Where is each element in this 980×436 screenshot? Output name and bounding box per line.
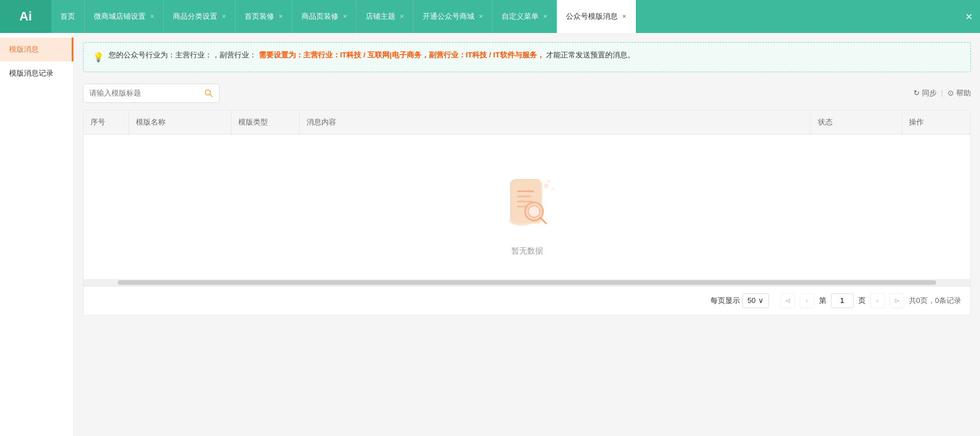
svg-rect-4: [517, 196, 531, 197]
sidebar-item-模版消息记录[interactable]: 模版消息记录: [0, 61, 73, 85]
scroll-bar[interactable]: [84, 279, 970, 286]
help-circle-icon: ⊙: [948, 89, 954, 97]
svg-line-1: [210, 94, 212, 97]
help-button[interactable]: ⊙ 帮助: [948, 88, 971, 98]
nav-tab-首页[interactable]: 首页: [51, 0, 85, 33]
table-header-状态: 状态: [811, 110, 902, 134]
table-header-消息内容: 消息内容: [300, 110, 811, 134]
toolbar-right: ↻ 同步 | ⊙ 帮助: [913, 88, 971, 98]
tab-label: 商品分类设置: [173, 11, 217, 22]
page-number-input[interactable]: [831, 293, 854, 308]
tab-label: 自定义菜单: [502, 11, 539, 22]
tab-close-icon[interactable]: ×: [279, 13, 283, 20]
nav-tab-商品分类设置[interactable]: 商品分类设置×: [164, 0, 235, 33]
tab-close-icon[interactable]: ×: [222, 13, 226, 20]
tab-label: 开通公众号商城: [423, 11, 474, 22]
tab-close-icon[interactable]: ×: [622, 13, 626, 20]
nav-tab-开通公众号商城[interactable]: 开通公众号商城×: [413, 0, 493, 33]
chevron-down-icon: ∨: [758, 296, 764, 305]
search-input[interactable]: [84, 89, 199, 97]
nav-tab-店铺主题[interactable]: 店铺主题×: [357, 0, 413, 33]
help-label: 帮助: [956, 88, 971, 98]
table-header-模版类型: 模版类型: [231, 110, 300, 134]
svg-point-11: [547, 180, 550, 182]
nav-tab-自定义菜单[interactable]: 自定义菜单×: [493, 0, 557, 33]
svg-point-12: [551, 187, 555, 190]
nav-tab-微商城店铺设置[interactable]: 微商城店铺设置×: [85, 0, 164, 33]
nav-tab-商品页装修[interactable]: 商品页装修×: [292, 0, 357, 33]
tab-label: 店铺主题: [366, 11, 395, 22]
table-header-模版名称: 模版名称: [129, 110, 231, 134]
nav-tabs: 首页微商城店铺设置×商品分类设置×首页装修×商品页装修×店铺主题×开通公众号商城…: [51, 0, 957, 33]
per-page-label: 每页显示: [710, 296, 740, 306]
notice-highlight: 需要设置为：主营行业：IT科技 / 互联网|电子商务，副营行业：IT科技 / I…: [259, 51, 544, 59]
total-info: 共0页，0条记录: [909, 296, 961, 306]
first-page-button[interactable]: ⊲: [780, 293, 795, 308]
page-size-dropdown[interactable]: 50 ∨: [742, 293, 768, 308]
empty-text: 暂无数据: [511, 246, 543, 256]
tab-label: 首页: [60, 11, 75, 22]
tab-close-icon[interactable]: ×: [543, 13, 547, 20]
sync-label: 同步: [922, 88, 937, 98]
table-header: 序号模版名称模版类型消息内容状态操作: [84, 110, 970, 135]
search-icon: [204, 89, 213, 98]
notice-suffix: 才能正常发送预置的消息。: [546, 51, 635, 59]
page-size-value: 50: [747, 296, 755, 305]
empty-icon: [493, 169, 561, 237]
empty-state: 暂无数据: [84, 135, 970, 279]
logo: Ai: [0, 0, 51, 33]
refresh-icon: ↻: [913, 89, 920, 97]
tab-close-icon[interactable]: ×: [150, 13, 154, 20]
notice-prefix: 您的公众号行业为：主营行业：，副营行业：: [109, 51, 257, 59]
notice-icon: 💡: [93, 50, 104, 65]
table-header-序号: 序号: [84, 110, 129, 134]
last-page-button[interactable]: ⊳: [890, 293, 904, 308]
scroll-thumb[interactable]: [118, 280, 936, 285]
svg-rect-3: [517, 190, 534, 192]
next-page-button[interactable]: ›: [870, 293, 885, 308]
tab-label: 商品页装修: [301, 11, 338, 22]
search-box: [83, 84, 220, 103]
svg-point-8: [528, 206, 540, 217]
tab-label: 首页装修: [245, 11, 274, 22]
tab-label: 公众号模版消息: [566, 11, 618, 22]
page-size-select: 每页显示 50 ∨: [710, 293, 768, 308]
tab-label: 微商城店铺设置: [94, 11, 146, 22]
notice-box: 💡 您的公众号行业为：主营行业：，副营行业： 需要设置为：主营行业：IT科技 /…: [83, 42, 971, 72]
logo-text: Ai: [19, 9, 32, 24]
page-unit: 页: [858, 296, 866, 306]
tab-close-icon[interactable]: ×: [479, 13, 483, 20]
notice-text: 您的公众号行业为：主营行业：，副营行业： 需要设置为：主营行业：IT科技 / 互…: [109, 49, 635, 61]
tab-close-icon[interactable]: ×: [343, 13, 347, 20]
pagination: 每页显示 50 ∨ ⊲ ‹ 第 页 › ⊳ 共0页，0条记录: [84, 286, 970, 315]
search-button[interactable]: [199, 84, 219, 103]
sidebar: 模版消息模版消息记录: [0, 33, 74, 436]
table-header-操作: 操作: [902, 110, 970, 134]
toolbar: ↻ 同步 | ⊙ 帮助: [83, 84, 971, 103]
table-container: 序号模版名称模版类型消息内容状态操作: [83, 110, 971, 315]
svg-point-10: [544, 184, 548, 188]
sidebar-item-模版消息[interactable]: 模版消息: [0, 38, 73, 61]
layout: 模版消息模版消息记录 💡 您的公众号行业为：主营行业：，副营行业： 需要设置为：…: [0, 33, 980, 436]
page-label: 第: [819, 296, 826, 306]
divider: |: [941, 89, 943, 97]
sync-button[interactable]: ↻ 同步: [913, 88, 937, 98]
close-all-button[interactable]: ✕: [957, 0, 980, 33]
tab-close-icon[interactable]: ×: [400, 13, 404, 20]
svg-rect-5: [517, 201, 533, 202]
main-content: 💡 您的公众号行业为：主营行业：，副营行业： 需要设置为：主营行业：IT科技 /…: [74, 33, 980, 436]
nav-tab-首页装修[interactable]: 首页装修×: [235, 0, 292, 33]
prev-page-button[interactable]: ‹: [800, 293, 814, 308]
top-nav: Ai 首页微商城店铺设置×商品分类设置×首页装修×商品页装修×店铺主题×开通公众…: [0, 0, 980, 33]
nav-tab-公众号模版消息[interactable]: 公众号模版消息×: [557, 0, 636, 33]
